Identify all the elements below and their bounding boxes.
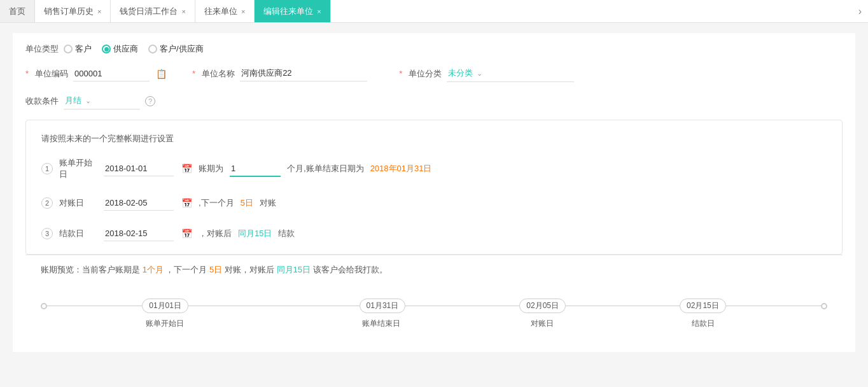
timeline-node4-badge: 02月15日 [680,299,726,313]
preview-part1: 1个月 [143,265,164,274]
reconcile-row: 2 对账日 📅 ,下一个月 5日 对账 [41,195,827,211]
unit-type-label: 单位类型 [25,43,59,55]
row1-pre-text: 账期为 [199,163,223,174]
unit-classify-field: * 单位分类 未分类 ⌄ [399,65,574,82]
radio-customer-circle [64,45,73,53]
preview-prefix: 账期预览：当前客户账期是 [41,265,140,274]
radio-customer-label: 客户 [75,43,92,55]
unit-code-input[interactable] [73,66,150,81]
billing-start-cal-icon[interactable]: 📅 [181,164,192,174]
tab-home-label: 首页 [9,6,25,17]
unit-type-field: 单位类型 客户 供应商 客户/供应商 [25,43,204,55]
unit-classify-star: * [399,69,402,78]
unit-name-input[interactable] [240,66,367,81]
reconcile-day-text: 5日 [241,197,253,209]
unit-name-field: * 单位名称 [192,66,367,81]
row1-post-text: 个月,账单结束日期为 [287,163,364,174]
timeline-right-dot [821,303,827,309]
billing-start-row: 1 账单开始日 📅 账期为 个月,账单结束日期为 2018年01月31日 [41,157,827,180]
payment-condition-arrow-icon: ⌄ [85,97,91,105]
row3-post-text: 结款 [278,228,295,239]
radio-supplier[interactable]: 供应商 [102,43,138,55]
radio-customer-supplier[interactable]: 客户/供应商 [148,43,204,55]
billing-end-date-text: 2018年01月31日 [370,163,432,174]
unit-name-star: * [192,69,195,78]
unit-classify-arrow-icon: ⌄ [477,69,482,78]
timeline-node4-label: 结款日 [692,318,715,329]
timeline-visual: 01月01日 01月31日 02月05日 02月15日 [25,285,843,342]
row1-label: 账单开始日 [59,157,97,180]
tab-cash-close-icon[interactable]: × [181,8,185,15]
timeline-node2-badge: 01月31日 [360,299,406,313]
tab-bar: 首页 销售订单历史 × 钱货日清工作台 × 往来单位 × 编辑往来单位 × › [0,0,868,23]
radio-supplier-circle [102,45,111,53]
payment-condition-value: 月结 [65,95,81,106]
card-title: 请按照未来的一个完整帐期进行设置 [41,133,827,144]
tab-unit[interactable]: 往来单位 × [195,0,255,22]
row3-num: 3 [41,228,53,239]
row2-pre-text: ,下一个月 [199,197,234,209]
payment-cal-icon[interactable]: 📅 [181,229,192,239]
unit-classify-label: 单位分类 [409,68,442,80]
payment-condition-row: 收款条件 月结 ⌄ ? [25,92,843,109]
preview-suffix: 该客户会给我打款。 [313,265,388,274]
tab-cash-work[interactable]: 钱货日清工作台 × [111,0,195,22]
unit-name-label: 单位名称 [202,68,235,80]
reconcile-date-input[interactable] [104,195,174,211]
tab-edit-unit-label: 编辑往来单位 [263,6,313,17]
payment-condition-label: 收款条件 [25,95,59,107]
row3-pre-text: ，对账后 [199,228,232,239]
timeline-node-3: 02月05日 [519,299,566,313]
unit-code-star: * [25,69,29,78]
main-content: 单位类型 客户 供应商 客户/供应商 [0,23,868,362]
row2-post-text: 对账 [260,197,276,209]
unit-code-copy-icon[interactable]: 📋 [156,69,167,79]
timeline-node3-badge: 02月05日 [519,299,566,313]
payment-condition-help-icon[interactable]: ? [145,96,155,106]
payment-day-text: 同月15日 [238,228,272,239]
timeline-node-1: 01月01日 [142,299,188,313]
row1-num: 1 [41,163,53,174]
radio-customer-supplier-circle [148,45,157,53]
month-count-input[interactable] [230,161,281,177]
tab-unit-close-icon[interactable]: × [241,8,245,15]
row3-label: 结款日 [59,228,97,239]
timeline-left-dot [41,303,47,309]
tab-unit-label: 往来单位 [204,6,237,17]
preview-bar: 账期预览：当前客户账期是 1个月 ，下一个月 5日 对账，对账后 同月15日 该… [25,255,843,285]
tab-cash-label: 钱货日清工作台 [120,6,178,17]
timeline-node-2: 01月31日 [360,299,406,313]
unit-type-row: 单位类型 客户 供应商 客户/供应商 [25,43,843,55]
billing-period-card: 请按照未来的一个完整帐期进行设置 1 账单开始日 📅 账期为 个月,账单结束日期… [25,120,843,255]
unit-classify-dropdown[interactable]: 未分类 ⌄ [447,65,574,82]
payment-date-input[interactable] [104,226,174,241]
radio-customer-supplier-label: 客户/供应商 [160,43,204,55]
row2-label: 对账日 [59,197,97,209]
tab-home[interactable]: 首页 [0,0,35,22]
radio-customer[interactable]: 客户 [64,43,92,55]
timeline-node3-label: 对账日 [531,318,554,329]
billing-start-date-input[interactable] [104,161,174,176]
reconcile-cal-icon[interactable]: 📅 [181,198,192,208]
timeline-node1-label: 账单开始日 [146,318,184,329]
unit-type-radio-group: 客户 供应商 客户/供应商 [64,43,204,55]
unit-code-field: * 单位编码 📋 [25,66,167,81]
tab-sales-order-history[interactable]: 销售订单历史 × [35,0,111,22]
unit-code-label: 单位编码 [35,68,68,80]
timeline-node2-label: 账单结束日 [362,318,400,329]
preview-part3: 同月15日 [277,265,311,274]
row2-num: 2 [41,197,53,209]
preview-mid1: ，下一个月 [165,265,207,274]
tab-sales-close-icon[interactable]: × [97,8,101,15]
unit-classify-value: 未分类 [448,67,473,79]
tab-sales-label: 销售订单历史 [44,6,94,17]
payment-condition-dropdown[interactable]: 月结 ⌄ [64,92,140,109]
tab-edit-unit[interactable]: 编辑往来单位 × [255,0,330,22]
preview-mid2: 对账，对账后 [225,265,274,274]
timeline-node-4: 02月15日 [680,299,726,313]
tab-edit-unit-close-icon[interactable]: × [317,8,321,15]
code-name-classify-row: * 单位编码 📋 * 单位名称 * 单位分类 未分类 ⌄ [25,65,843,82]
tab-expand-button[interactable]: › [852,0,868,22]
payment-row: 3 结款日 📅 ，对账后 同月15日 结款 [41,226,827,241]
payment-condition-field: 收款条件 月结 ⌄ ? [25,92,155,109]
